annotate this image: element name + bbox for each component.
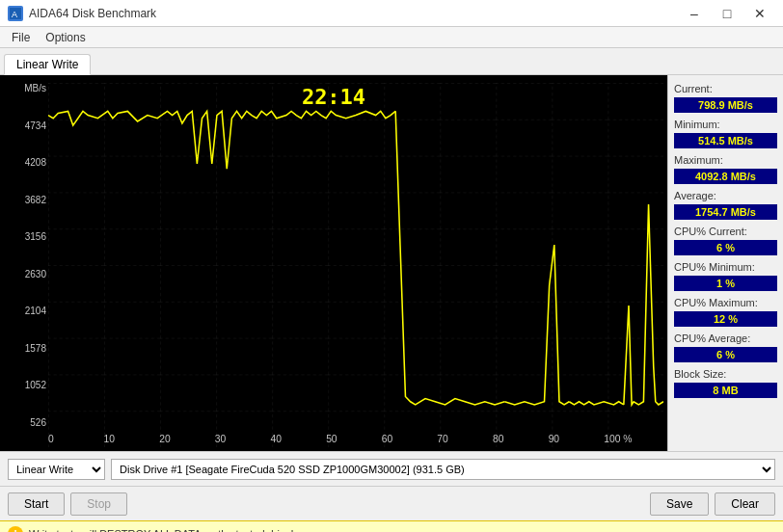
app-icon: A: [8, 6, 23, 21]
chart-svg: 0 10 20 30 40 50 60 70 80 90 100 %: [48, 83, 663, 447]
start-button[interactable]: Start: [8, 492, 65, 516]
controls-area: Linear Write Linear Read Random Write Ra…: [0, 451, 783, 486]
y-axis-labels: MB/s 4734 4208 3682 3156 2630 2104 1578 …: [4, 83, 46, 428]
maximize-button[interactable]: □: [712, 4, 742, 23]
average-value: 1754.7 MB/s: [674, 204, 777, 220]
maximum-value: 4092.8 MB/s: [674, 169, 777, 184]
svg-text:90: 90: [549, 434, 560, 444]
warning-bar: ! Write tests will DESTROY ALL DATA on t…: [0, 520, 783, 532]
svg-text:80: 80: [493, 434, 504, 444]
y-label-mbs: MB/s: [4, 83, 46, 93]
minimize-button[interactable]: –: [679, 4, 710, 23]
timer-display: 22:14: [302, 85, 365, 109]
cpu-minimum-label: CPU% Minimum:: [674, 261, 777, 273]
svg-rect-3: [48, 83, 663, 447]
action-bar: Start Stop Save Clear: [0, 486, 783, 520]
cpu-average-label: CPU% Average:: [674, 332, 777, 344]
cpu-maximum-value: 12 %: [674, 311, 777, 327]
chart-area: MB/s 4734 4208 3682 3156 2630 2104 1578 …: [0, 75, 667, 451]
minimum-label: Minimum:: [674, 119, 777, 130]
svg-text:50: 50: [326, 434, 338, 444]
svg-text:30: 30: [215, 434, 227, 444]
svg-text:0: 0: [48, 434, 54, 444]
clear-button[interactable]: Clear: [715, 492, 775, 516]
title-bar: A AIDA64 Disk Benchmark – □ ✕: [0, 0, 783, 27]
svg-text:A: A: [12, 10, 17, 19]
tab-bar: Linear Write: [0, 48, 783, 75]
warning-text: Write tests will DESTROY ALL DATA on the…: [29, 528, 294, 533]
svg-text:20: 20: [159, 434, 171, 444]
cpu-minimum-value: 1 %: [674, 276, 777, 291]
menu-options[interactable]: Options: [38, 29, 93, 46]
tab-linear-write[interactable]: Linear Write: [4, 54, 91, 75]
block-size-label: Block Size:: [674, 368, 777, 380]
test-type-select[interactable]: Linear Write Linear Read Random Write Ra…: [8, 459, 105, 480]
block-size-value: 8 MB: [674, 383, 777, 398]
warning-icon: !: [8, 526, 23, 533]
svg-text:70: 70: [437, 434, 448, 444]
cpu-current-value: 6 %: [674, 240, 777, 255]
main-content: MB/s 4734 4208 3682 3156 2630 2104 1578 …: [0, 75, 783, 451]
save-button[interactable]: Save: [650, 492, 709, 516]
current-label: Current:: [674, 83, 777, 94]
svg-text:100 %: 100 %: [604, 434, 632, 444]
maximum-label: Maximum:: [674, 154, 777, 166]
stop-button[interactable]: Stop: [70, 492, 127, 516]
cpu-current-label: CPU% Current:: [674, 226, 777, 237]
window-title: AIDA64 Disk Benchmark: [29, 7, 156, 20]
menu-file[interactable]: File: [4, 29, 38, 46]
close-button[interactable]: ✕: [744, 4, 775, 23]
menu-bar: File Options: [0, 27, 783, 48]
cpu-maximum-label: CPU% Maximum:: [674, 297, 777, 308]
current-value: 798.9 MB/s: [674, 97, 777, 113]
svg-text:40: 40: [271, 434, 283, 444]
cpu-average-value: 6 %: [674, 347, 777, 362]
sidebar: Current: 798.9 MB/s Minimum: 514.5 MB/s …: [667, 75, 783, 451]
drive-select[interactable]: Disk Drive #1 [Seagate FireCuda 520 SSD …: [111, 459, 775, 480]
minimum-value: 514.5 MB/s: [674, 133, 777, 148]
svg-text:60: 60: [382, 434, 393, 444]
average-label: Average:: [674, 190, 777, 201]
svg-text:10: 10: [104, 434, 116, 444]
